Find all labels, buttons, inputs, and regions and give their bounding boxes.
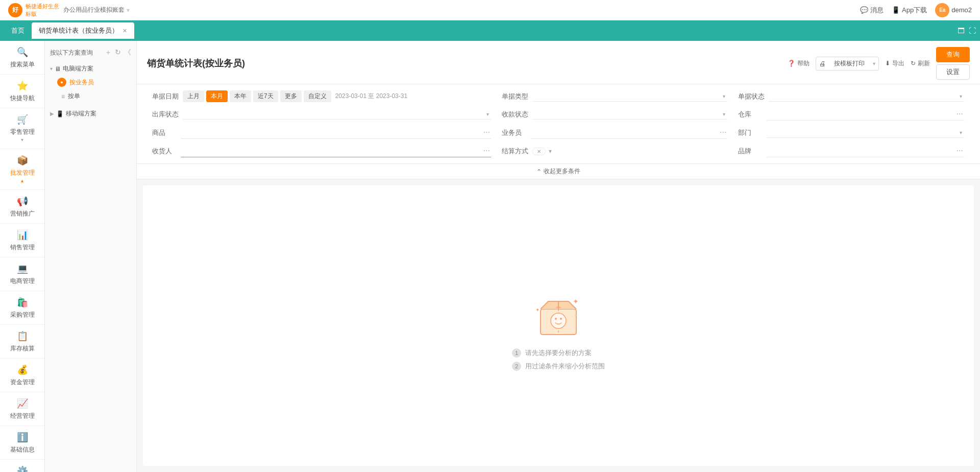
tab-actions: 🗖 ⛶ bbox=[958, 27, 976, 35]
top-bar: 好 畅捷通好生意 标版 办公用品行业模拟账套 ▾ 💬 消息 📱 App下载 Ea… bbox=[0, 0, 980, 20]
warehouse-more-icon[interactable]: ··· bbox=[957, 109, 963, 119]
doc-status-label: 单据状态 bbox=[738, 92, 765, 101]
sidebar-item-wholesale[interactable]: 📦 批发管理 ▴ bbox=[0, 149, 44, 190]
receiver-more-icon[interactable]: ··· bbox=[483, 146, 490, 155]
top-bar-right: 💬 消息 📱 App下载 Ea demo2 bbox=[860, 3, 972, 17]
sidebar-item-marketing[interactable]: 📢 营销推广 bbox=[0, 190, 44, 224]
scheme-by-salesperson[interactable]: ● 按业务员 bbox=[45, 75, 136, 89]
help-button[interactable]: ❓ 帮助 bbox=[788, 59, 810, 68]
svg-text:✦: ✦ bbox=[574, 313, 577, 318]
message-button[interactable]: 💬 消息 bbox=[860, 6, 884, 15]
collapse-scheme-icon[interactable]: 《 bbox=[124, 48, 131, 57]
settlement-clear-icon: ✕ bbox=[537, 149, 541, 154]
tab-expand-icon[interactable]: ⛶ bbox=[969, 27, 976, 35]
print-button-group[interactable]: 🖨 按模板打印 ▾ bbox=[816, 57, 879, 70]
goods-more-icon[interactable]: ··· bbox=[483, 128, 490, 137]
filter-salesperson: 业务员 ··· bbox=[497, 127, 733, 139]
payment-status-select[interactable]: ▾ bbox=[532, 109, 728, 120]
date-btn-last-month[interactable]: 上月 bbox=[183, 90, 204, 102]
settlement-arrow-icon[interactable]: ▾ bbox=[549, 148, 552, 155]
date-btn-custom[interactable]: 自定义 bbox=[304, 90, 331, 102]
salesperson-more-icon[interactable]: ··· bbox=[720, 128, 726, 137]
query-button[interactable]: 查询 bbox=[936, 47, 970, 62]
goods-input[interactable] bbox=[181, 127, 491, 139]
svg-point-3 bbox=[551, 313, 566, 328]
sidebar-item-purchase[interactable]: 🛍️ 采购管理 bbox=[0, 291, 44, 325]
empty-state: ✦ ✦ ✦ 1 请先选择要分析的方案 2 用过滤条件来缩小分析范围 bbox=[143, 185, 974, 466]
secondary-sidebar: 按以下方案查询 ＋ ↻ 《 ▾ 🖥 电脑端方案 ● 按业务员 ≡ 按单 bbox=[45, 41, 137, 472]
print-dropdown-icon[interactable]: ▾ bbox=[870, 59, 878, 68]
sidebar: 🔍 搜索菜单 ⭐ 快捷导航 🛒 零售管理 ▾ 📦 批发管理 ▴ 📢 营销推广 📊… bbox=[0, 41, 45, 472]
sidebar-item-basic[interactable]: ℹ️ 基础信息 bbox=[0, 426, 44, 460]
logo-icon: 好 bbox=[8, 3, 22, 17]
filter-out-status: 出库状态 ▾ bbox=[147, 109, 497, 120]
pc-scheme-group: ▾ 🖥 电脑端方案 ● 按业务员 ≡ 按单 bbox=[45, 60, 136, 105]
wholesale-expand-icon: ▴ bbox=[21, 177, 23, 184]
add-scheme-icon[interactable]: ＋ bbox=[105, 48, 112, 57]
doc-status-select[interactable]: ▾ bbox=[769, 91, 964, 102]
payment-status-control: ▾ bbox=[532, 109, 728, 120]
svg-point-5 bbox=[560, 318, 562, 320]
department-control: ▾ bbox=[767, 128, 964, 138]
refresh-icon: ↻ bbox=[911, 60, 916, 67]
settlement-clear-tag[interactable]: ✕ bbox=[532, 148, 546, 155]
brand-input[interactable] bbox=[767, 145, 964, 157]
department-select[interactable]: ▾ bbox=[767, 128, 964, 138]
pc-scheme-title[interactable]: ▾ 🖥 电脑端方案 bbox=[45, 62, 136, 75]
sidebar-item-retail[interactable]: 🛒 零售管理 ▾ bbox=[0, 108, 44, 149]
scheme-by-order[interactable]: ≡ 按单 bbox=[45, 89, 136, 103]
logo-area: 好 畅捷通好生意 标版 bbox=[8, 3, 59, 17]
date-btn-last-7[interactable]: 近7天 bbox=[253, 90, 278, 102]
mobile-scheme-title[interactable]: ▶ 📱 移动端方案 bbox=[45, 107, 136, 120]
operation-icon: 📈 bbox=[17, 397, 28, 410]
sidebar-item-quick-nav[interactable]: ⭐ 快捷导航 bbox=[0, 75, 44, 108]
doc-type-select[interactable]: ▾ bbox=[532, 91, 728, 102]
filter-goods: 商品 ··· bbox=[147, 127, 497, 139]
scheme-header: 按以下方案查询 ＋ ↻ 《 bbox=[45, 45, 136, 60]
user-avatar-area[interactable]: Ea demo2 bbox=[935, 3, 972, 17]
sidebar-item-ecommerce[interactable]: 💻 电商管理 bbox=[0, 257, 44, 291]
receiver-input[interactable] bbox=[181, 145, 491, 157]
doc-status-arrow-icon: ▾ bbox=[960, 93, 962, 99]
payment-status-arrow-icon: ▾ bbox=[723, 111, 725, 117]
app-download-button[interactable]: 📱 App下载 bbox=[892, 6, 927, 15]
collapse-arrow-icon: ⌃ bbox=[536, 168, 542, 175]
svg-text:✦: ✦ bbox=[535, 307, 540, 313]
refresh-button[interactable]: ↻ 刷新 bbox=[911, 59, 930, 68]
tab-close-icon[interactable]: ✕ bbox=[122, 28, 127, 34]
print-button[interactable]: 按模板打印 bbox=[829, 57, 870, 70]
filter-doc-type: 单据类型 ▾ bbox=[497, 91, 733, 102]
date-btn-more[interactable]: 更多 bbox=[280, 90, 302, 102]
department-arrow-icon: ▾ bbox=[960, 130, 962, 135]
breadcrumb-dropdown-icon[interactable]: ▾ bbox=[127, 7, 130, 14]
collapse-bar[interactable]: ⌃ 收起更多条件 bbox=[137, 164, 980, 179]
tab-minimize-icon[interactable]: 🗖 bbox=[958, 27, 965, 35]
date-btn-this-month[interactable]: 本月 bbox=[206, 90, 228, 102]
export-button[interactable]: ⬇ 导出 bbox=[885, 59, 904, 68]
message-icon: 💬 bbox=[860, 6, 868, 14]
setting-button[interactable]: 设置 bbox=[936, 64, 970, 80]
tab-sales-stat[interactable]: 销货单统计表（按业务员） ✕ bbox=[32, 22, 134, 39]
warehouse-input[interactable] bbox=[767, 108, 964, 121]
date-btn-this-year[interactable]: 本年 bbox=[230, 90, 251, 102]
out-status-select[interactable]: ▾ bbox=[183, 109, 491, 120]
mobile-icon: 📱 bbox=[56, 110, 64, 117]
sidebar-item-search-menu[interactable]: 🔍 搜索菜单 bbox=[0, 41, 44, 75]
sidebar-item-inventory[interactable]: 📋 库存核算 bbox=[0, 325, 44, 359]
sidebar-item-sales[interactable]: 📊 销售管理 bbox=[0, 224, 44, 257]
brand-more-icon[interactable]: ··· bbox=[957, 146, 963, 155]
refresh-scheme-icon[interactable]: ↻ bbox=[115, 48, 121, 57]
tab-home[interactable]: 首页 bbox=[4, 22, 32, 39]
department-label: 部门 bbox=[738, 128, 763, 137]
sidebar-item-operation[interactable]: 📈 经营管理 bbox=[0, 392, 44, 426]
filter-row-2: 出库状态 ▾ 收款状态 ▾ bbox=[147, 108, 970, 121]
sidebar-item-system[interactable]: ⚙️ 系统管理 bbox=[0, 460, 44, 472]
receiver-control: ··· bbox=[181, 145, 491, 157]
doc-status-control: ▾ bbox=[769, 91, 964, 102]
sidebar-item-finance[interactable]: 💰 资金管理 bbox=[0, 359, 44, 392]
payment-status-label: 收款状态 bbox=[502, 110, 528, 119]
salesperson-input[interactable] bbox=[530, 127, 728, 139]
doc-type-arrow-icon: ▾ bbox=[723, 93, 725, 99]
date-control: 上月 本月 本年 近7天 更多 自定义 2023-03-01 至 2023-03… bbox=[183, 90, 491, 102]
sales-stat-tab-label: 销货单统计表（按业务员） bbox=[39, 26, 118, 35]
